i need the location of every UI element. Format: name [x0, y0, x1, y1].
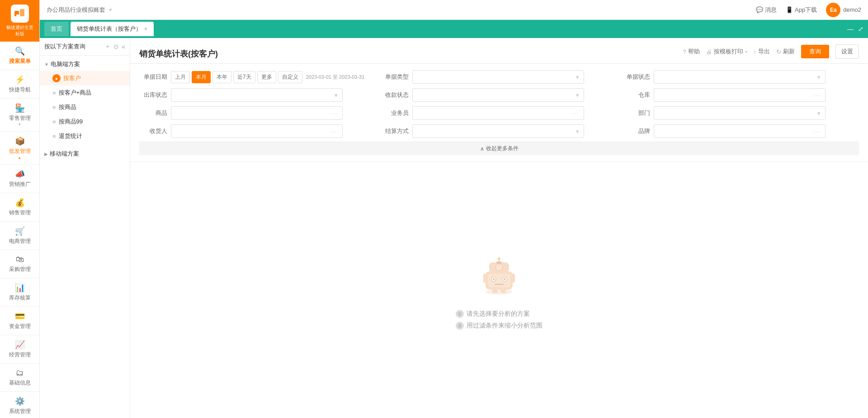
messages-button[interactable]: 💬 消息: [756, 6, 777, 14]
filter-goods-cell: 商品 ···: [139, 106, 376, 120]
svg-point-8: [493, 278, 495, 280]
settings-button[interactable]: 设置: [835, 44, 859, 59]
tip-text-2: 用过滤条件来缩小分析范围: [467, 322, 542, 330]
last-7-days-btn[interactable]: 近7天: [233, 71, 255, 83]
dots-icon: ···: [330, 110, 338, 117]
by-goods-label: 按商品: [59, 103, 76, 111]
outstatus-select[interactable]: ▾: [171, 88, 343, 102]
brand-select[interactable]: ···: [654, 124, 826, 138]
last-month-btn[interactable]: 上月: [171, 71, 190, 83]
retail-icon: 🏪: [15, 103, 25, 113]
sidebar-item-marketing[interactable]: 📣 营销推广: [0, 165, 39, 193]
sales-stat-tab-label: 销货单统计表（按客户）: [77, 25, 142, 33]
settlement-select[interactable]: ▾: [412, 124, 584, 138]
chevron-down-icon: ▾: [817, 74, 821, 81]
tree-child-by-customer-goods[interactable]: ≡ 按客户+商品: [40, 86, 130, 100]
sidebar-sales-label: 销售管理: [9, 209, 31, 217]
department-select[interactable]: ▾: [654, 106, 826, 120]
sidebar-item-purchase[interactable]: 🛍 采购管理: [0, 250, 39, 278]
left-panel: 按以下方案查询 ＋ ⊙ « ▼ 电脑端方案 ● 按客户 ≡ 按客户: [40, 38, 130, 418]
collection-select[interactable]: ▾: [412, 88, 584, 102]
edit-scheme-icon[interactable]: ⊙: [113, 43, 119, 50]
finance-icon: 💳: [15, 311, 25, 321]
sidebar-item-search[interactable]: 🔍 搜索菜单: [0, 42, 39, 70]
header-right: 💬 消息 📱 App下载 Ea demo2: [756, 3, 861, 17]
account-selector-label[interactable]: 办公用品行业模拟账套: [47, 6, 105, 14]
more-btn[interactable]: 更多: [257, 71, 276, 83]
tab-bar: 首页 销货单统计表（按客户） × — ⤢: [40, 20, 868, 38]
main-area: 办公用品行业模拟账套 ▾ 💬 消息 📱 App下载 Ea demo2 首页: [40, 0, 868, 418]
chevron-down-icon: ▾: [109, 6, 112, 13]
tip-text-1: 请先选择要分析的方案: [467, 310, 530, 318]
sidebar-quicknav-label: 快捷导航: [9, 86, 31, 94]
tree-parent-mobile[interactable]: ▶ 移动端方案: [40, 147, 130, 161]
system-icon: ⚙️: [15, 396, 25, 406]
chevron-up-icon: ∧: [480, 146, 484, 152]
tab-home[interactable]: 首页: [44, 22, 69, 36]
add-scheme-icon[interactable]: ＋: [104, 43, 111, 51]
sidebar-basic-label: 基础信息: [9, 379, 31, 387]
custom-btn[interactable]: 自定义: [278, 71, 302, 83]
maximize-icon[interactable]: ⤢: [858, 25, 863, 33]
close-tab-icon[interactable]: ×: [144, 26, 147, 32]
query-button[interactable]: 查询: [801, 45, 829, 58]
collapse-panel-icon[interactable]: «: [122, 43, 125, 50]
chevron-down-icon: ▾: [335, 92, 338, 99]
this-year-btn[interactable]: 本年: [212, 71, 231, 83]
tree-child-by-goods-99[interactable]: ≡ 按商品99: [40, 114, 130, 129]
goods-select[interactable]: ···: [171, 106, 343, 120]
app-version: 标版: [15, 31, 24, 37]
tree-child-return-stat[interactable]: ≡ 退货统计: [40, 129, 130, 143]
sidebar-item-sales[interactable]: 💰 销售管理: [0, 193, 39, 222]
recipient-label: 收货人: [139, 127, 171, 135]
this-month-btn[interactable]: 本月: [192, 71, 211, 83]
left-panel-title: 按以下方案查询: [44, 43, 85, 51]
sidebar-item-finance[interactable]: 💳 资金管理: [0, 307, 39, 335]
tree-parent-desktop[interactable]: ▼ 电脑端方案: [40, 57, 130, 71]
sidebar-item-inventory[interactable]: 📊 库存核算: [0, 278, 39, 307]
tab-sales-stat[interactable]: 销货单统计表（按客户） ×: [71, 22, 154, 36]
svg-rect-13: [492, 290, 498, 293]
filter-brand-cell: 品牌 ···: [622, 124, 859, 138]
docstatus-select[interactable]: ▾: [654, 70, 826, 84]
sidebar-item-retail[interactable]: 🏪 零售管理 ▾: [0, 99, 39, 132]
tree-collapse-icon: ▶: [44, 152, 48, 157]
sidebar-item-operation[interactable]: 📈 经营管理: [0, 335, 39, 364]
filter-docstatus-cell: 单据状态 ▾: [622, 70, 859, 84]
svg-rect-10: [495, 284, 504, 285]
refresh-button[interactable]: ↻ 刷新: [776, 48, 795, 56]
empty-state: ① 请先选择要分析的方案 ② 用过滤条件来缩小分析范围: [130, 162, 868, 418]
empty-illustration: [472, 247, 526, 301]
sidebar-inventory-label: 库存核算: [9, 294, 31, 302]
help-label: 帮助: [688, 48, 700, 56]
refresh-label: 刷新: [783, 48, 795, 56]
user-profile-button[interactable]: Ea demo2: [826, 3, 861, 17]
sidebar-item-quick-nav[interactable]: ⚡ 快捷导航: [0, 70, 39, 99]
top-header: 办公用品行业模拟账套 ▾ 💬 消息 📱 App下载 Ea demo2: [40, 0, 868, 20]
sidebar-item-wholesale[interactable]: 📦 批发管理 ▴: [0, 132, 39, 165]
scheme-icon-1: ≡: [52, 90, 56, 96]
sidebar-item-system[interactable]: ⚙️ 系统管理: [0, 392, 39, 418]
tree-child-by-customer[interactable]: ● 按客户: [40, 71, 130, 86]
app-download-button[interactable]: 📱 App下载: [786, 6, 817, 14]
minimize-icon[interactable]: —: [847, 25, 854, 33]
filter-settlement-cell: 结算方式 ▾: [381, 124, 618, 138]
print-icon: 🖨: [706, 48, 712, 55]
salesman-select[interactable]: ···: [412, 106, 584, 120]
recipient-select[interactable]: ···: [171, 124, 343, 138]
chevron-down-icon: ▾: [817, 110, 821, 117]
collapse-label: 收起更多条件: [486, 145, 519, 152]
sidebar-item-basic[interactable]: 🗂 基础信息: [0, 364, 39, 392]
doctype-select[interactable]: ▾: [412, 70, 584, 84]
sidebar-wholesale-label: 批发管理: [9, 147, 31, 155]
collapse-more-conditions-bar[interactable]: ∧ 收起更多条件: [139, 142, 859, 155]
warehouse-select[interactable]: ···: [654, 88, 826, 102]
tree-child-by-goods[interactable]: ≡ 按商品: [40, 100, 130, 114]
sidebar-item-ecommerce[interactable]: 🛒 电商管理: [0, 222, 39, 250]
help-button[interactable]: ? 帮助: [683, 48, 699, 56]
dots-icon: ···: [813, 92, 821, 99]
home-tab-label: 首页: [51, 25, 62, 33]
dots-icon: ···: [813, 128, 821, 135]
template-print-button[interactable]: 🖨 按模板打印 ▾: [706, 48, 747, 56]
export-button[interactable]: ↑ 导出: [754, 48, 770, 56]
